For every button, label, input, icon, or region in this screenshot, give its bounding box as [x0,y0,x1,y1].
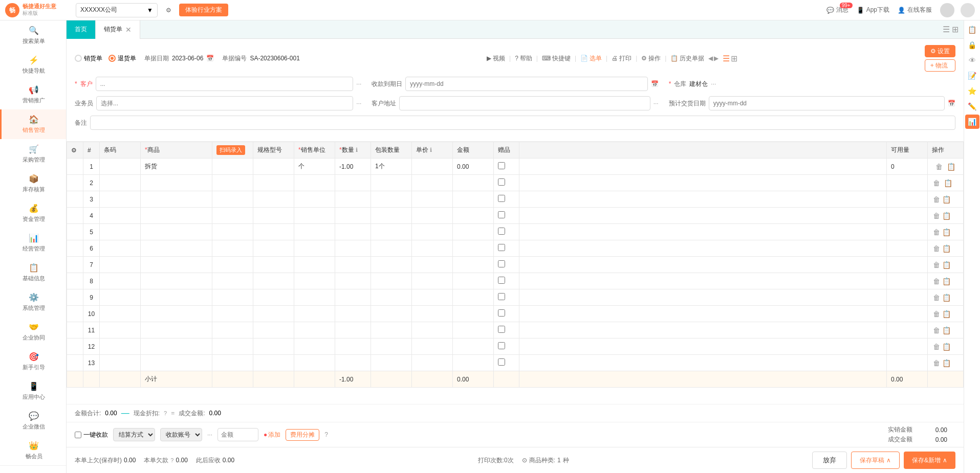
message-button[interactable]: 💬 消息 99+ [826,6,848,14]
one-click-payment-check[interactable]: 一键收款 [75,431,108,439]
copy-icon-8[interactable]: 📋 [942,277,951,285]
price-info-icon[interactable]: ℹ [430,147,432,153]
delete-icon-10[interactable]: 🗑 [933,310,940,318]
toolbar-help[interactable]: ? 帮助 [515,54,532,63]
next-icon[interactable]: ▶ [714,55,718,62]
row-goods-2[interactable] [141,175,212,191]
copy-icon-10[interactable]: 📋 [942,310,951,318]
warehouse-more-icon[interactable]: ··· [711,80,716,87]
right-panel-item-2[interactable]: 🔒 [965,38,979,52]
warehouse-value[interactable]: 建材仓 [689,80,708,88]
gift-checkbox-2[interactable] [498,178,505,186]
delete-icon-6[interactable]: 🗑 [933,244,940,253]
copy-icon-12[interactable]: 📋 [942,343,951,351]
th-settings[interactable]: ⚙ [67,142,83,159]
customer-input[interactable] [96,77,354,91]
sidebar-item-marketing[interactable]: 📢 营销推广 [0,80,66,109]
sidebar-item-member[interactable]: 👑 畅会员 [0,436,66,465]
delete-icon-13[interactable]: 🗑 [933,359,940,367]
payment-method-select[interactable]: 结算方式 [113,428,155,441]
gift-checkbox-5[interactable] [498,228,505,235]
online-service-button[interactable]: 👤 在线客服 [898,6,932,14]
delete-icon-1[interactable]: 🗑 [935,163,943,171]
total-owed-info[interactable]: ? [170,457,173,463]
delete-icon-3[interactable]: 🗑 [933,195,940,204]
gift-checkbox-1[interactable] [498,162,505,169]
sidebar-item-wechat[interactable]: 💬 企业微信 [0,406,66,436]
row-price-1[interactable] [412,159,453,175]
delete-icon-8[interactable]: 🗑 [933,277,940,285]
delete-icon-5[interactable]: 🗑 [933,228,940,236]
tab-home[interactable]: 首页 [67,20,96,39]
copy-icon-4[interactable]: 📋 [942,212,951,220]
gift-checkbox-4[interactable] [498,211,505,218]
delete-icon-4[interactable]: 🗑 [933,212,940,220]
grid-view-icon[interactable]: ⊞ [731,54,737,63]
copy-icon-11[interactable]: 📋 [942,326,951,334]
layout-list-icon[interactable]: ☰ [943,25,950,34]
gift-checkbox-12[interactable] [498,342,505,349]
row-gift-2[interactable] [494,175,519,191]
sidebar-item-inventory[interactable]: 📦 库存核算 [0,169,66,198]
sidebar-item-appcenter[interactable]: 📱 应用中心 [0,376,66,406]
sidebar-item-sales[interactable]: 🏠 销售管理 [0,109,66,139]
payment-calendar-icon[interactable]: 📅 [651,80,659,87]
delete-icon-2[interactable]: 🗑 [933,179,940,187]
payment-help-icon[interactable]: ? [324,431,328,438]
payment-amount-input[interactable] [217,428,258,441]
right-panel-item-5[interactable]: ⭐ [965,84,979,98]
row-goods-1[interactable]: 拆货 [141,159,212,175]
toolbar-select[interactable]: 📄 选单 [580,54,602,63]
row-qty-2[interactable] [335,175,371,191]
goods-type-icon[interactable]: ⊙ [522,457,527,464]
row-qty-1[interactable]: -1.00 [335,159,371,175]
copy-icon-1[interactable]: 📋 [947,163,955,171]
gift-checkbox-9[interactable] [498,293,505,300]
notes-input[interactable] [90,116,955,130]
save-button[interactable]: 保存&新增 ∧ [904,452,955,469]
calendar-icon[interactable]: 📅 [206,55,214,62]
docno-value[interactable]: SA-20230606-001 [250,55,299,62]
copy-icon-3[interactable]: 📋 [942,195,951,204]
copy-icon-2[interactable]: 📋 [944,179,952,187]
company-selector[interactable]: XXXXXX公司 ▼ [76,3,158,17]
tab-sales-order[interactable]: 销货单 ✕ [96,20,140,39]
right-panel-item-3[interactable]: 👁 [965,53,979,67]
one-click-checkbox[interactable] [75,432,81,438]
sidebar-item-basic[interactable]: 📋 基础信息 [0,258,66,287]
row-pack-1[interactable]: 1个 [371,159,412,175]
date-value[interactable]: 2023-06-06 [172,55,203,62]
row-unit-1[interactable]: 个 [294,159,335,175]
draft-button[interactable]: 保存草稿 ∧ [851,452,900,469]
settings-icon[interactable]: ⚙ [162,4,175,17]
radio-return[interactable]: 退货单 [108,54,136,63]
gift-checkbox-11[interactable] [498,326,505,333]
salesperson-input[interactable] [96,96,353,110]
logistics-btn[interactable]: + 物流 [925,59,955,72]
address-input[interactable] [399,96,650,110]
copy-icon-9[interactable]: 📋 [942,294,951,302]
row-amount-1[interactable]: 0.00 [453,159,494,175]
row-spec-2[interactable] [253,175,294,191]
discount-info-icon[interactable]: ? [164,410,167,416]
copy-icon-6[interactable]: 📋 [942,244,951,253]
scan-btn[interactable]: 扫码录入 [216,145,245,155]
copy-icon-13[interactable]: 📋 [942,359,951,367]
sidebar-settings-icon[interactable]: ⚙ [0,470,66,473]
radio-sales[interactable]: 销货单 [75,54,102,63]
toolbar-history[interactable]: 📋 历史单据 [670,54,704,63]
row-spec-1[interactable] [253,159,294,175]
trial-button[interactable]: 体验行业方案 [179,4,228,16]
delivery-date-input[interactable] [709,96,945,110]
payment-account-select[interactable]: 收款账号 [160,428,202,441]
salesperson-more-icon[interactable]: ··· [356,100,361,107]
row-unit-2[interactable] [294,175,335,191]
tab-close-icon[interactable]: ✕ [125,26,132,34]
gift-checkbox-7[interactable] [498,260,505,267]
row-amount-2[interactable] [453,175,494,191]
expense-btn[interactable]: 费用分摊 [286,429,319,441]
settings-btn[interactable]: ⚙ 设置 [925,45,955,57]
toolbar-video[interactable]: ▶ 视频 [487,54,505,63]
toolbar-shortcut[interactable]: ⌨ 快捷键 [542,54,571,63]
user-avatar[interactable] [940,3,954,17]
